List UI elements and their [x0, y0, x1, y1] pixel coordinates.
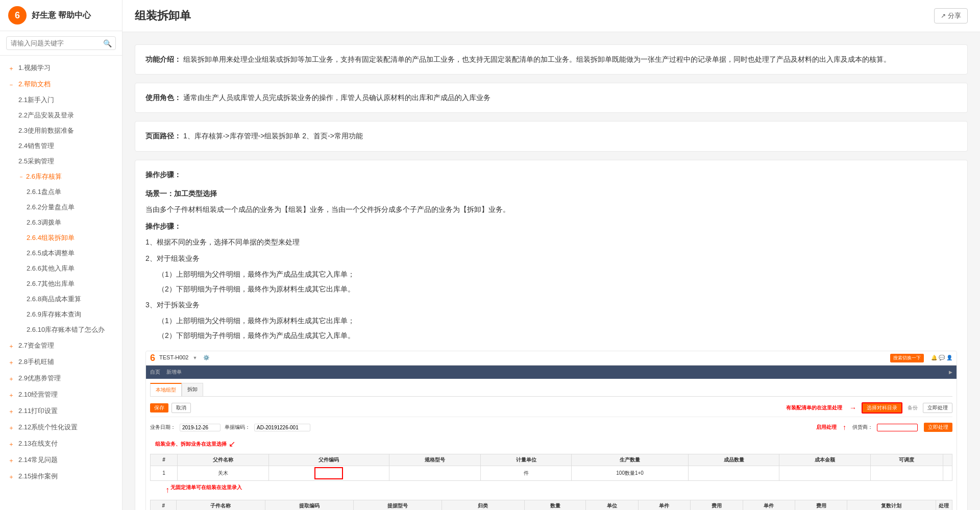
sim-sub-table: # 子件名称 提取编码 提据型号 归类 数量 单位 单件 费用 单件 — [150, 500, 952, 510]
arrow3: ↑ — [843, 421, 846, 434]
sim-process-btn[interactable]: 选择对科目录 — [862, 402, 902, 414]
td-prod-qty: 100数量1+0 — [572, 466, 688, 480]
sidebar-item-faq[interactable]: ＋ 2.14常见问题 — [0, 452, 122, 468]
td-input[interactable] — [316, 470, 341, 476]
sidebar-item-label: 2.7资金管理 — [18, 341, 54, 350]
sim-logo: 6 — [150, 351, 155, 367]
td-spec — [389, 466, 481, 480]
th-s-num: # — [151, 500, 177, 510]
th-avail: 可调度 — [870, 454, 943, 466]
plus-icon: ＋ — [8, 407, 15, 415]
sidebar-item-sales[interactable]: 2.4销售管理 — [0, 138, 122, 154]
step3: 3、对于拆装业务 — [145, 299, 957, 311]
sidebar-item-online-pay[interactable]: ＋ 2.13在线支付 — [0, 435, 122, 452]
share-button[interactable]: ↗ 分享 — [934, 8, 968, 23]
sim-topbar: 6 TEST-H002 ▼ ⚙️ 搜索切换一下 🔔 💬 👤 — [146, 351, 957, 366]
th-parent-name: 父件名称 — [178, 454, 269, 466]
sidebar-item-cases[interactable]: ＋ 2.15操作案例 — [0, 468, 122, 484]
sidebar-item-label: 2.13在线支付 — [18, 439, 58, 448]
sidebar-item-install[interactable]: 2.2产品安装及登录 — [0, 108, 122, 123]
sidebar-item-label: 2.14常见问题 — [18, 455, 58, 465]
th-cost: 成本金额 — [779, 454, 871, 466]
path-label: 页面路径： — [145, 132, 181, 140]
sim-tab-detail[interactable]: 拆卸 — [182, 383, 203, 396]
sidebar-item-label: 2.帮助文档 — [18, 80, 51, 89]
annotation-no-bom: 无固定清单可在组装在这里录入 — [170, 483, 242, 492]
sim-input-code[interactable] — [254, 424, 310, 431]
annotation-type: 组装业务、拆卸业务在这里选择 — [155, 440, 227, 449]
sim-input-supplier[interactable] — [877, 424, 918, 431]
sim-save-btn[interactable]: 保存 — [150, 403, 168, 412]
sidebar-item-video[interactable]: ＋ 1.视频学习 — [0, 60, 122, 76]
path-card: 页面路径： 1、库存核算->库存管理->组装拆卸单 2、首页->常用功能 — [135, 121, 968, 151]
feature-intro-text: 组装拆卸单用来处理企业组装或拆卸等加工业务，支持有固定装配清单的产品加工业务，也… — [183, 55, 891, 63]
step2-1: （1）上部明细为父件明细，最终作为产成品生成其它入库单； — [158, 268, 957, 281]
sidebar-item-finance[interactable]: ＋ 2.7资金管理 — [0, 337, 122, 354]
th-prod-qty: 生产数量 — [572, 454, 688, 466]
arrow4: ↑ — [165, 483, 169, 498]
sidebar-item-help-docs[interactable]: － 2.帮助文档 — [0, 76, 122, 92]
annotation-bom: 有装配清单的在这里处理 — [786, 403, 842, 412]
search-box[interactable]: 🔍 — [0, 31, 122, 56]
plus-icon: ＋ — [8, 375, 15, 382]
sim-input-date[interactable] — [180, 424, 220, 431]
feature-intro-card: 功能介绍： 组装拆卸单用来处理企业组装或拆卸等加工业务，支持有固定装配清单的产品… — [135, 44, 968, 75]
sidebar-item-inventory[interactable]: － 2.6库存核算 — [0, 169, 122, 184]
step2-2: （2）下部明细为子件明细，最终作为原材料生成其它出库单。 — [158, 283, 957, 296]
sim-form-row1: 业务日期： 单据编码： 启用处理 ↑ 供货商： 立即处理 — [150, 421, 952, 434]
scene1-title: 场景一：加工类型选择 — [145, 187, 957, 200]
sim-tab-order[interactable]: 本地组型 — [150, 383, 182, 396]
th-s-cost-k: 费用 — [691, 500, 743, 510]
page-title: 组装拆卸单 — [135, 8, 191, 23]
steps-title: 操作步骤： — [145, 168, 957, 181]
th-s-spec: 提据型号 — [353, 500, 442, 510]
sim-action-btn[interactable]: 立即处理 — [923, 403, 952, 413]
sidebar-item-other-in[interactable]: 2.6.6其他入库单 — [0, 261, 122, 276]
sidebar-item-other-out[interactable]: 2.6.7其他出库单 — [0, 276, 122, 292]
sidebar-item-stock-split[interactable]: 2.6.2分量盘点单 — [0, 200, 122, 215]
th-s-unit-k: 单位 — [586, 500, 638, 510]
sim-tabs: 本地组型 拆卸 — [150, 383, 952, 397]
sim-label-code: 单据编码： — [225, 423, 250, 432]
red-box-input — [314, 467, 343, 479]
th-s-cat: 归类 — [442, 500, 524, 510]
sim-content-area: 本地组型 拆卸 保存 取消 有装配清单的在这里处理 → 选择对科目录 — [146, 379, 957, 510]
sidebar-item-cost-adjust[interactable]: 2.6.5成本调整单 — [0, 246, 122, 261]
th-finish-qty: 成品数量 — [688, 454, 779, 466]
sim-search-btn[interactable]: 搜索切换一下 — [890, 354, 924, 362]
sidebar-item-label: 2.15操作案例 — [18, 472, 58, 481]
sidebar-item-coupon[interactable]: ＋ 2.9优惠券管理 — [0, 370, 122, 386]
sidebar-item-cost-recalc[interactable]: 2.6.8商品成本重算 — [0, 292, 122, 307]
td-num: 1 — [151, 466, 178, 480]
sidebar-item-assemble[interactable]: 2.6.4组装拆卸单 — [0, 230, 122, 246]
th-s-code: 提取编码 — [265, 500, 353, 510]
annotation4-row: ↑ 无固定清单可在组装在这里录入 — [165, 483, 952, 498]
sim-choose-btn[interactable]: 立即处理 — [924, 423, 952, 432]
plus-icon: ＋ — [8, 358, 15, 366]
sidebar-item-ledger-query[interactable]: 2.6.9库存账本查询 — [0, 307, 122, 322]
share-label: 分享 — [948, 11, 961, 20]
sidebar-item-personalize[interactable]: ＋ 2.12系统个性化设置 — [0, 419, 122, 435]
sim-nav-bar: 自页 新增单 ▶ — [146, 366, 957, 379]
th-s-cost-n: 费用 — [795, 500, 847, 510]
sidebar-item-print[interactable]: ＋ 2.11打印设置 — [0, 403, 122, 419]
sidebar-item-label: 2.11打印设置 — [18, 406, 58, 416]
search-input[interactable] — [6, 36, 116, 50]
sidebar-item-mobile[interactable]: ＋ 2.8手机旺辅 — [0, 354, 122, 370]
sidebar-item-purchase[interactable]: 2.5采购管理 — [0, 154, 122, 169]
app-title: 好生意 帮助中心 — [32, 10, 91, 21]
th-op — [943, 454, 952, 466]
plus-icon: ＋ — [8, 342, 15, 349]
sim-nav-new[interactable]: 新增单 — [166, 368, 182, 377]
sidebar-item-transfer[interactable]: 2.6.3调拨单 — [0, 215, 122, 230]
sim-cancel-btn[interactable]: 取消 — [172, 403, 191, 413]
th-s-name: 子件名称 — [177, 500, 265, 510]
sidebar-item-operations[interactable]: ＋ 2.10经营管理 — [0, 386, 122, 403]
sidebar-item-data-prep[interactable]: 2.3使用前数据准备 — [0, 123, 122, 138]
sim-nav-home[interactable]: 自页 — [150, 368, 160, 377]
main-header: 组装拆卸单 ↗ 分享 — [122, 0, 980, 32]
sidebar-item-stock-check[interactable]: 2.6.1盘点单 — [0, 184, 122, 200]
sidebar-item-ledger-fix[interactable]: 2.6.10库存账本错了怎么办 — [0, 322, 122, 337]
role-text: 通常由生产人员或库管人员完成拆装业务的操作，库管人员确认原材料的出库和产成品的入… — [183, 93, 491, 102]
sidebar-item-beginner[interactable]: 2.1新手入门 — [0, 92, 122, 108]
